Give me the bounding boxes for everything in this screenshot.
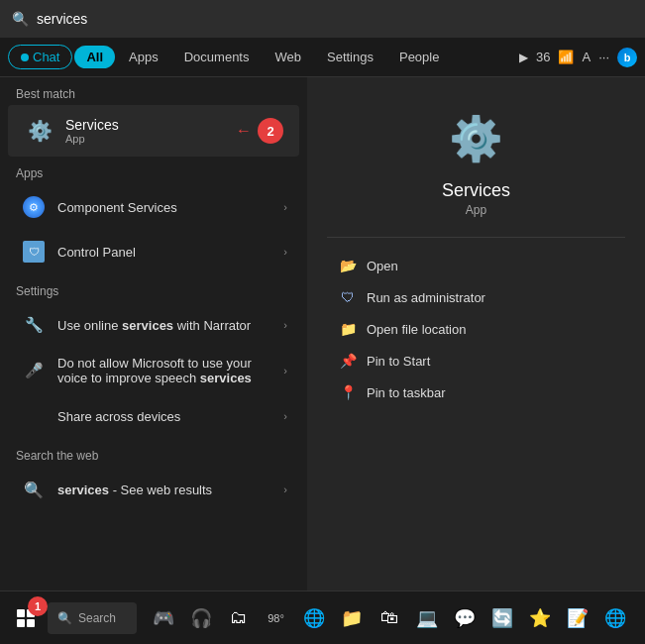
chat-dot [21, 54, 29, 61]
share-devices-label: Share across devices [57, 409, 283, 424]
tab-settings[interactable]: Settings [315, 46, 385, 68]
red-arrow-icon: ← [236, 122, 252, 140]
action-run-admin-label: Run as administrator [367, 290, 485, 305]
action-open[interactable]: 📂 Open [327, 250, 625, 281]
right-divider [327, 237, 625, 238]
action-pin-taskbar[interactable]: 📍 Pin to taskbar [327, 376, 625, 408]
search-web-label: Search the web [0, 439, 307, 467]
narrator-services-label: Use online services with Narrator [57, 318, 283, 333]
list-item-control-panel[interactable]: 🛡 Control Panel › [4, 230, 303, 273]
tab-people[interactable]: People [387, 46, 451, 68]
open-icon: 📂 [339, 257, 357, 274]
search-bar: 🔍 [0, 0, 645, 38]
pin-start-icon: 📌 [339, 352, 357, 370]
search-icon: 🔍 [12, 11, 29, 27]
pin-taskbar-icon: 📍 [339, 383, 357, 401]
component-services-icon: ⚙ [20, 193, 48, 221]
list-item-share-devices[interactable]: Share across devices › [4, 394, 303, 438]
taskbar-icon-folder[interactable]: 📁 [334, 600, 370, 636]
list-item-voice-services[interactable]: 🎤 Do not allow Microsoft to use your voi… [4, 348, 303, 393]
control-panel-label: Control Panel [57, 245, 283, 260]
taskbar-search-label: Search [78, 611, 116, 625]
taskbar-icons: 🎮 🎧 🗂 98° 🌐 📁 🛍 💻 💬 🔄 ⭐ 📝 🌐 [141, 600, 637, 636]
step-badge-2: 2 [258, 118, 283, 144]
web-search-text: services - See web results [57, 483, 283, 497]
voice-services-label: Do not allow Microsoft to use your voice… [57, 356, 283, 385]
signal-icon: 📶 [558, 50, 574, 64]
action-run-admin[interactable]: 🛡 Run as administrator [327, 281, 625, 313]
more-options-icon[interactable]: ··· [598, 50, 609, 64]
taskbar: 1 🔍 Search 🎮 🎧 🗂 98° 🌐 📁 🛍 💻 💬 🔄 ⭐ 📝 🌐 [0, 590, 645, 644]
arrow-indicator: ← 2 [236, 118, 283, 144]
tab-all[interactable]: All [74, 46, 115, 68]
voice-icon: 🎤 [20, 357, 48, 384]
chevron-icon-5: › [283, 410, 287, 422]
action-open-location-label: Open file location [367, 322, 466, 337]
play-button[interactable]: ▶ [519, 51, 528, 64]
settings-section-label: Settings [0, 274, 307, 302]
list-item-component-services[interactable]: ⚙ Component Services › [4, 185, 303, 229]
narrator-icon: 🔧 [20, 311, 48, 339]
tab-chat[interactable]: Chat [8, 45, 72, 69]
chevron-icon-2: › [283, 246, 287, 258]
taskbar-search[interactable]: 🔍 Search [48, 602, 137, 634]
file-location-icon: 📁 [339, 320, 357, 338]
control-panel-icon: 🛡 [20, 238, 48, 266]
taskbar-icon-yellow[interactable]: ⭐ [522, 600, 558, 636]
apps-section-label: Apps [0, 157, 307, 184]
right-app-sub: App [466, 203, 486, 217]
action-pin-start-label: Pin to Start [367, 354, 430, 369]
right-panel: ⚙️ Services App 📂 Open 🛡 Run as administ… [307, 77, 645, 590]
chevron-icon-6: › [283, 483, 287, 495]
main-content: Best match ⚙️ Services App ← 2 Apps ⚙ Co… [0, 77, 645, 590]
taskbar-icon-terminal[interactable]: 💻 [409, 600, 445, 636]
taskbar-icon-word[interactable]: 📝 [560, 600, 595, 636]
services-gear-icon: ⚙️ [24, 115, 55, 147]
list-item-narrator-services[interactable]: 🔧 Use online services with Narrator › [4, 303, 303, 347]
taskbar-search-icon: 🔍 [57, 611, 72, 625]
right-app-title: Services [442, 180, 510, 201]
best-match-sub: App [65, 133, 119, 145]
action-open-label: Open [367, 259, 398, 273]
chevron-icon-3: › [283, 319, 287, 331]
taskbar-icon-temp: 98° [259, 600, 294, 636]
best-match-label: Best match [0, 77, 307, 105]
action-pin-start[interactable]: 📌 Pin to Start [327, 345, 625, 376]
tab-bar: Chat All Apps Documents Web Settings Peo… [0, 38, 645, 77]
taskbar-icon-transfer[interactable]: 🔄 [484, 600, 520, 636]
action-open-file-location[interactable]: 📁 Open file location [327, 313, 625, 345]
left-panel: Best match ⚙️ Services App ← 2 Apps ⚙ Co… [0, 77, 307, 590]
action-pin-taskbar-label: Pin to taskbar [367, 385, 446, 400]
best-match-text: Services App [65, 117, 119, 145]
chevron-icon-4: › [283, 365, 287, 376]
chevron-icon: › [283, 201, 287, 213]
count-badge: 36 [536, 50, 550, 64]
tab-apps[interactable]: Apps [117, 46, 170, 68]
tab-documents[interactable]: Documents [172, 46, 262, 68]
taskbar-icon-store[interactable]: 🛍 [372, 600, 407, 636]
font-letter[interactable]: A [582, 50, 591, 64]
tab-right-controls: ▶ 36 📶 A ··· b [519, 48, 637, 67]
component-services-label: Component Services [57, 200, 283, 215]
share-icon [20, 402, 48, 430]
temperature-display: 98° [268, 612, 284, 624]
right-app-icon: ⚙️ [445, 107, 508, 170]
search-input[interactable] [37, 11, 633, 27]
taskbar-icon-files[interactable]: 🗂 [221, 600, 257, 636]
run-as-admin-icon: 🛡 [339, 288, 357, 306]
web-search-icon: 🔍 [20, 476, 48, 503]
list-item-web-search[interactable]: 🔍 services - See web results › [4, 468, 303, 511]
tab-web[interactable]: Web [263, 46, 313, 68]
taskbar-icon-headset[interactable]: 🎧 [183, 600, 219, 636]
taskbar-icon-network[interactable]: 🌐 [597, 600, 633, 636]
taskbar-badge-1: 1 [28, 596, 48, 616]
best-match-item[interactable]: ⚙️ Services App ← 2 [8, 105, 299, 157]
taskbar-icon-whatsapp[interactable]: 💬 [447, 600, 483, 636]
best-match-title: Services [65, 117, 119, 133]
taskbar-icon-gamepad[interactable]: 🎮 [146, 600, 181, 636]
taskbar-icon-chrome[interactable]: 🌐 [296, 600, 332, 636]
start-button[interactable]: 1 [8, 600, 44, 636]
bing-icon[interactable]: b [617, 48, 637, 67]
